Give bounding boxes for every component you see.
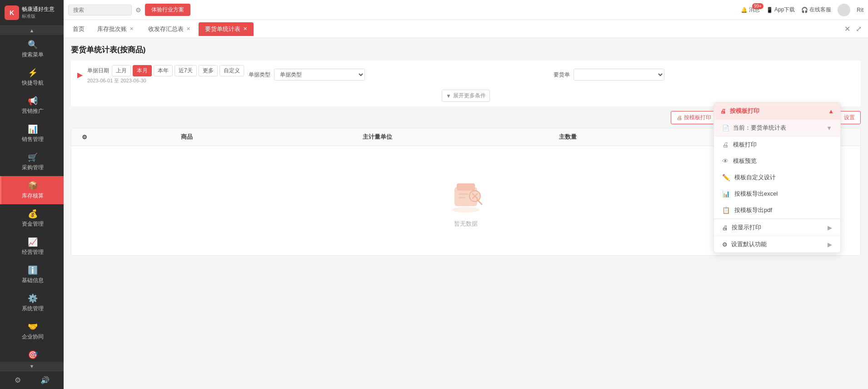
svg-rect-7 <box>459 197 465 198</box>
logo-icon: K <box>5 5 19 20</box>
settings-footer-icon[interactable]: ⚙ <box>15 376 21 384</box>
sidebar-item-finance[interactable]: 💰 资金管理 <box>0 204 64 232</box>
template-print-icon: 🖨 <box>722 141 728 148</box>
table-col-quantity: 主数量 <box>473 133 663 141</box>
export-excel-icon: 📊 <box>722 190 730 197</box>
date-label: 单据日期 <box>87 67 109 75</box>
tab-close-inventory-batch[interactable]: ✕ <box>130 26 134 32</box>
system-icon: ⚙️ <box>28 293 38 303</box>
page-content: 要货单统计表(按商品) ▶ 单据日期 上月 本月 本年 近7天 更多 自定义 <box>64 38 868 389</box>
sidebar-item-quick-nav[interactable]: ⚡ 快捷导航 <box>0 63 64 91</box>
settings-button[interactable]: 设置 <box>838 111 861 124</box>
topbar-search-input[interactable] <box>68 5 132 15</box>
quick-nav-icon: ⚡ <box>28 68 38 78</box>
dropdown-item-export-excel[interactable]: 📊 按模板导出excel <box>714 186 840 202</box>
marketing-icon: 📢 <box>28 96 38 106</box>
dropdown-item-template-preview[interactable]: 👁 模板预览 <box>714 153 840 169</box>
filter-row-1: ▶ 单据日期 上月 本月 本年 近7天 更多 自定义 2023-06-0 <box>77 65 854 84</box>
filter-date-col: 单据日期 上月 本月 本年 近7天 更多 自定义 2023-06-01 至 20… <box>87 65 244 84</box>
default-function-icon: ⚙ <box>722 241 728 248</box>
app-download-item[interactable]: 📱 App下载 <box>766 6 795 14</box>
date-buttons: 上月 本月 本年 近7天 更多 自定义 <box>112 65 244 76</box>
date-btn-this-year[interactable]: 本年 <box>154 65 173 76</box>
date-btn-7days[interactable]: 近7天 <box>175 65 197 76</box>
tab-close-receipt-summary[interactable]: ✕ <box>186 26 190 32</box>
sidebar: K 畅康通好生意 标准版 ▲ 🔍 搜索菜单 ⚡ 快捷导航 📢 营销推广 📊 销售… <box>0 0 64 389</box>
dropdown-item-display-print[interactable]: 🖨 按显示打印 ▶ <box>714 219 840 236</box>
current-report-icon: 📄 <box>722 125 729 131</box>
tab-close-order-stats[interactable]: ✕ <box>243 26 247 32</box>
app-name: 畅康通好生意 <box>22 6 55 13</box>
industry-solution-button[interactable]: 体验行业方案 <box>145 4 190 16</box>
display-print-chevron-icon: ▶ <box>828 224 832 231</box>
app-version: 标准版 <box>22 13 55 20</box>
sidebar-item-system[interactable]: ⚙️ 系统管理 <box>0 289 64 317</box>
dropdown-item-template-print[interactable]: 🖨 模板打印 <box>714 136 840 153</box>
dropdown-item-export-pdf[interactable]: 📋 按模板导出pdf <box>714 202 840 218</box>
type-label: 单据类型 <box>249 71 270 79</box>
tab-close-all-button[interactable]: ✕ <box>843 23 852 35</box>
username-label: Rit <box>857 7 863 13</box>
date-btn-more[interactable]: 更多 <box>199 65 218 76</box>
filter-collapse-icon[interactable]: ▶ <box>77 71 83 79</box>
date-btn-last-month[interactable]: 上月 <box>112 65 131 76</box>
svg-rect-6 <box>459 193 468 195</box>
default-function-chevron-icon: ▶ <box>828 241 832 248</box>
tab-receipt-summary[interactable]: 收发存汇总表 ✕ <box>142 22 197 36</box>
sidebar-scroll-up[interactable]: ▲ <box>0 26 64 35</box>
dropdown-item-template-design[interactable]: ✏️ 模板自定义设计 <box>714 169 840 186</box>
sidebar-logo: K 畅康通好生意 标准版 <box>0 0 64 26</box>
dropdown-item-default-function[interactable]: ⚙ 设置默认功能 ▶ <box>714 236 840 253</box>
dropdown-current-item[interactable]: 📄 当前：要货单统计表 ▼ <box>714 120 840 136</box>
sidebar-item-enterprise[interactable]: 🤝 企业协同 <box>0 317 64 345</box>
tabbar-end: ✕ ⤢ <box>843 23 863 35</box>
print-icon: 🖨 <box>677 115 682 121</box>
operations-icon: 📈 <box>28 237 38 247</box>
speaker-icon[interactable]: 🔊 <box>40 376 50 384</box>
topbar-right: 🔔 消息 99+ 📱 App下载 🎧 在线客服 Rit <box>741 4 863 16</box>
main-content: ⚙ 体验行业方案 🔔 消息 99+ 📱 App下载 🎧 在线客服 Rit 首页 <box>64 0 868 389</box>
print-dropdown-icon: 🖨 <box>720 108 726 115</box>
dropdown-current-section: 📄 当前：要货单统计表 ▼ <box>714 120 840 136</box>
sidebar-item-basic-info[interactable]: ℹ️ 基础信息 <box>0 261 64 289</box>
type-select[interactable]: 单据类型 <box>274 69 365 81</box>
empty-text: 暂无数据 <box>454 220 478 228</box>
search-icon: 🔍 <box>28 40 38 50</box>
table-col-product: 商品 <box>91 133 282 141</box>
tab-maximize-button[interactable]: ⤢ <box>854 23 863 35</box>
topbar: ⚙ 体验行业方案 🔔 消息 99+ 📱 App下载 🎧 在线客服 Rit <box>64 0 868 20</box>
messages-item[interactable]: 🔔 消息 99+ <box>741 6 760 14</box>
empty-icon <box>445 173 486 214</box>
sidebar-item-inventory[interactable]: 📦 库存核算 <box>0 176 64 204</box>
filter-type-col: 单据类型 单据类型 <box>249 69 549 81</box>
tab-order-stats[interactable]: 要货单统计表 ✕ <box>199 22 254 36</box>
sidebar-item-sales[interactable]: 📊 销售管理 <box>0 120 64 148</box>
date-btn-this-month[interactable]: 本月 <box>133 65 152 76</box>
date-btn-custom[interactable]: 自定义 <box>219 65 244 76</box>
sidebar-item-search[interactable]: 🔍 搜索菜单 <box>0 35 64 63</box>
dropdown-header[interactable]: 🖨 按模板打印 ▲ <box>714 102 840 120</box>
sidebar-item-guide[interactable]: 🎯 新手引导 <box>0 345 64 362</box>
user-avatar[interactable] <box>838 4 850 16</box>
purchase-icon: 🛒 <box>28 152 38 162</box>
headset-icon: 🎧 <box>801 7 808 13</box>
sidebar-scroll-down[interactable]: ▼ <box>0 362 64 371</box>
online-service-item[interactable]: 🎧 在线客服 <box>801 6 831 14</box>
sidebar-item-marketing[interactable]: 📢 营销推广 <box>0 91 64 120</box>
expand-conditions-button[interactable]: ▼ 展开更多条件 <box>442 90 490 102</box>
display-print-icon: 🖨 <box>722 224 728 231</box>
sidebar-item-purchase[interactable]: 🛒 采购管理 <box>0 148 64 176</box>
topbar-gear-icon[interactable]: ⚙ <box>135 6 141 14</box>
sidebar-item-operations[interactable]: 📈 经营管理 <box>0 232 64 261</box>
bell-icon: 🔔 <box>741 7 748 13</box>
table-settings-col[interactable]: ⚙ <box>78 134 91 141</box>
sidebar-nav: 🔍 搜索菜单 ⚡ 快捷导航 📢 营销推广 📊 销售管理 🛒 采购管理 📦 库存核… <box>0 35 64 362</box>
field3-select[interactable] <box>574 69 664 81</box>
field3-label: 要货单 <box>554 71 570 79</box>
filter-bar: ▶ 单据日期 上月 本月 本年 近7天 更多 自定义 2023-06-0 <box>71 61 861 106</box>
export-pdf-icon: 📋 <box>722 207 730 214</box>
tab-inventory-batch[interactable]: 库存批次账 ✕ <box>91 22 140 36</box>
tab-home[interactable]: 首页 <box>68 22 89 36</box>
enterprise-icon: 🤝 <box>28 322 38 332</box>
date-range-text: 2023-06-01 至 2023-06-30 <box>87 77 244 84</box>
